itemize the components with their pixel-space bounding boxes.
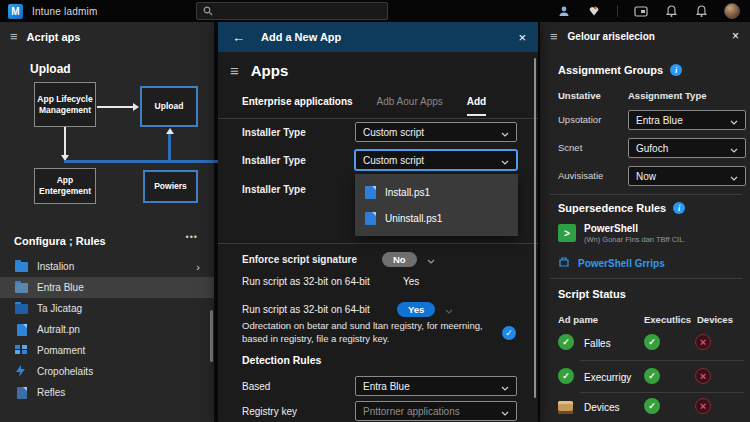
based-dropdown[interactable]: Entra Blue <box>355 376 517 396</box>
tab-add-aour-apps[interactable]: Adb Aour Apps <box>377 96 443 116</box>
menu-item-install-ps1[interactable]: Install.ps1 <box>355 179 518 205</box>
topbar-separator <box>617 5 618 17</box>
supersedence-rules-title: Supersedence Rules i <box>558 202 685 214</box>
info-icon[interactable]: i <box>670 64 682 76</box>
run-32bit-yes-toggle[interactable]: Yes <box>397 302 435 317</box>
registry-key-dropdown[interactable]: Pnttorner applications <box>355 401 517 421</box>
dropdown-value: Gufoch <box>636 143 668 154</box>
hamburger-icon[interactable]: ≡ <box>550 30 558 43</box>
exec-success-icon: ✓ <box>644 398 660 414</box>
tab-enterprise-applications[interactable]: Enterprise applications <box>242 96 353 116</box>
powershell-grips-link-row[interactable]: PowerShell Grrips <box>558 254 665 272</box>
global-search-input[interactable] <box>196 2 388 20</box>
status-col-exec: Executlics <box>644 314 691 325</box>
intune-admin-window: M Intune ladmim <box>0 0 750 422</box>
devices-icon <box>558 401 573 414</box>
run-32bit-row-1: Run script as 32-bit on 64-bit Yes <box>242 276 524 287</box>
assistant-icon[interactable] <box>557 4 571 18</box>
add-app-panel: ← Add a New App × ≡ Apps Enterprise appl… <box>218 22 538 422</box>
rule-item-autralt[interactable]: Autralt.pn <box>0 319 214 340</box>
section-title-text: Assignment Groups <box>558 64 663 76</box>
installer-type-label: Installer Type <box>242 127 355 138</box>
section-divider <box>218 243 538 244</box>
status-row-name: Devices <box>584 402 620 413</box>
document-icon <box>17 387 27 399</box>
rule-item-cropohelaits[interactable]: Cropohelaits <box>0 361 214 382</box>
assignment-dropdown-1[interactable]: Entra Blue <box>628 110 746 130</box>
rule-item-label: Instalion <box>37 261 74 272</box>
connector-alm-down <box>64 127 66 156</box>
installer-type-dropdown-1[interactable]: Custom script <box>355 122 517 142</box>
run-32bit-row-2: Run script as 32-bit on 64-bit Yes <box>242 300 524 318</box>
status-col-name: Ad pame <box>558 314 598 325</box>
hamburger-icon[interactable]: ≡ <box>10 30 18 43</box>
status-row-separator <box>580 392 744 393</box>
powershell-app-name: PowerShell <box>584 223 638 234</box>
close-icon[interactable]: × <box>732 29 739 43</box>
connector-alm-to-upload <box>97 106 133 108</box>
back-arrow-icon[interactable]: ← <box>232 30 245 45</box>
based-label: Based <box>242 381 355 392</box>
powershell-grips-icon <box>558 254 570 272</box>
chevron-down-icon[interactable] <box>427 250 435 268</box>
rule-item-pomament[interactable]: Pomament <box>0 340 214 361</box>
status-col-devices: Devices <box>697 314 733 325</box>
diagram-node-app-entergement[interactable]: App Entergement <box>34 168 96 204</box>
diagram-node-upload[interactable]: Upload <box>140 86 198 127</box>
powershell-grips-link[interactable]: PowerShell Grrips <box>578 258 665 269</box>
rule-item-entra-blue-selected[interactable]: Entra Blue <box>0 277 214 298</box>
diagram-node-app-lifecycle[interactable]: App Lifecycle Management <box>34 82 96 127</box>
panel-scrollbar[interactable] <box>534 58 536 398</box>
dropdown-value: Custom script <box>363 155 424 166</box>
more-options-icon[interactable]: ••• <box>186 232 198 242</box>
registry-key-row: Registry key Pnttorner applications <box>242 401 524 421</box>
chevron-right-icon: › <box>196 261 200 273</box>
menu-item-uninstall-ps1[interactable]: Uninstall.ps1 <box>355 205 518 231</box>
status-ok-icon: ✓ <box>558 334 574 350</box>
installer-type-dropdown-2-focused[interactable]: Custom script <box>355 150 517 170</box>
rule-item-instalion[interactable]: Instalion › <box>0 256 214 277</box>
folder-icon <box>15 304 28 314</box>
lightning-icon <box>15 365 28 379</box>
assignment-row-label: Upsotatior <box>558 114 601 125</box>
section-title-text: Supersedence Rules <box>558 202 666 214</box>
user-avatar[interactable] <box>724 3 740 19</box>
rules-list: Instalion › Entra Blue Ta Jicatag Autral… <box>0 256 214 403</box>
notifications-bell-icon[interactable] <box>664 4 678 18</box>
apps-tabs: Enterprise applications Adb Aour Apps Ad… <box>242 96 486 116</box>
apps-grid-icon <box>15 344 28 357</box>
diagram-node-powers[interactable]: Powiers <box>143 170 198 203</box>
close-icon[interactable]: × <box>518 30 526 45</box>
hamburger-icon[interactable]: ≡ <box>230 63 239 78</box>
chevron-down-icon[interactable] <box>445 300 453 318</box>
screen-share-icon[interactable] <box>634 4 648 18</box>
rule-item-refles[interactable]: Refles <box>0 382 214 403</box>
tab-add[interactable]: Add <box>467 96 486 116</box>
status-row-name: Falles <box>584 338 611 349</box>
assignment-col-left: Unstative <box>558 90 601 101</box>
assignment-dropdown-2[interactable]: Gufoch <box>628 138 746 158</box>
device-fail-icon: × <box>695 368 711 384</box>
sidebar-scrollbar[interactable] <box>210 310 213 362</box>
based-row: Based Entra Blue <box>242 376 524 396</box>
assignment-dropdown-3[interactable]: Now <box>628 166 746 186</box>
rule-item-label: Entra Blue <box>37 282 84 293</box>
gift-icon[interactable] <box>587 4 601 18</box>
device-fail-icon: × <box>695 334 711 350</box>
section-divider <box>550 194 742 195</box>
enforce-signature-label: Enforce script signature <box>242 254 382 265</box>
folder-icon <box>15 262 28 272</box>
info-icon[interactable]: i <box>673 202 685 214</box>
section-title-text: Script Status <box>558 288 626 300</box>
document-icon <box>17 324 27 336</box>
folder-icon <box>15 283 28 293</box>
search-icon <box>203 2 213 20</box>
topbar-icon-group <box>557 0 750 22</box>
alerts-bell-icon[interactable] <box>694 4 708 18</box>
rule-item-ta-jicatag[interactable]: Ta Jicatag <box>0 298 214 319</box>
rule-item-label: Cropohelaits <box>37 366 93 377</box>
apps-page-title: Apps <box>251 62 289 79</box>
signature-no-toggle[interactable]: No <box>382 252 417 267</box>
note-checkbox-checked[interactable]: ✓ <box>502 326 516 340</box>
assignment-row-label: Scnet <box>558 142 582 153</box>
